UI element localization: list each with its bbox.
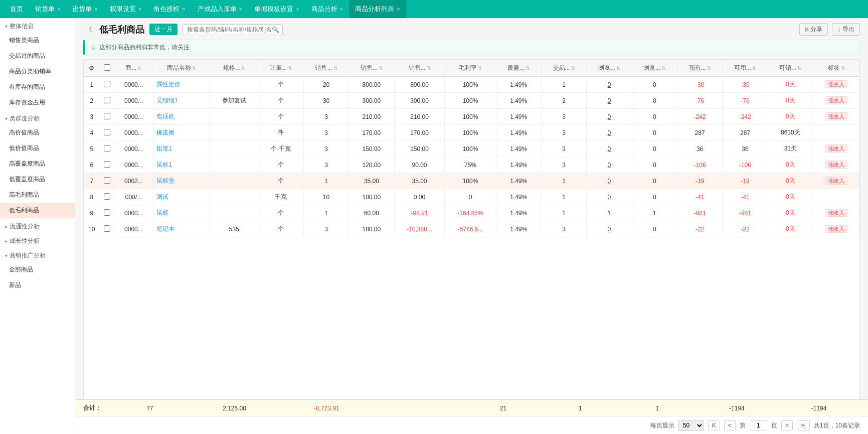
close-icon[interactable]: × — [182, 6, 185, 12]
row-checkbox[interactable] — [100, 189, 114, 205]
col-settings[interactable]: ⚙ — [84, 60, 100, 77]
browse-link[interactable]: 0 — [608, 162, 611, 169]
col-unit[interactable]: 计量...⇅ — [258, 60, 303, 77]
sidebar-group-marketing[interactable]: ▾ 营销推广分析 — [0, 247, 75, 262]
close-icon[interactable]: × — [94, 6, 97, 12]
row-select-checkbox[interactable] — [104, 193, 110, 200]
browse-link[interactable]: 0 — [608, 113, 611, 120]
prev-page-button[interactable]: < — [724, 420, 736, 430]
browse-link[interactable]: 0 — [608, 178, 611, 185]
sidebar-item-traded-goods[interactable]: 交易过的商品 — [0, 48, 75, 64]
col-sale-amount[interactable]: 销售...⇅ — [394, 60, 445, 77]
sidebar-collapse-button[interactable]: 《 — [83, 25, 94, 34]
row-browse1[interactable]: 0 — [587, 77, 632, 93]
row-name[interactable]: 电话机 — [153, 109, 210, 125]
close-icon[interactable]: × — [340, 6, 343, 12]
col-coverage[interactable]: 覆盖...⇅ — [496, 60, 541, 77]
nav-permissions[interactable]: 权限设置 × — [104, 0, 147, 18]
row-browse1[interactable]: 0 — [587, 189, 632, 205]
nav-product-analysis-list[interactable]: 商品分析列表 × — [349, 0, 406, 18]
close-icon[interactable]: × — [239, 6, 242, 12]
per-page-select[interactable]: 50 100 200 — [678, 420, 704, 431]
nav-product-analysis[interactable]: 商品分析 × — [305, 0, 349, 18]
row-browse1[interactable]: 0 — [587, 157, 632, 173]
sidebar-item-low-coverage[interactable]: 低覆盖度商品 — [0, 172, 75, 187]
nav-template-settings[interactable]: 单据模板设置 × — [248, 0, 305, 18]
first-page-button[interactable]: K — [708, 420, 720, 430]
col-sale-price[interactable]: 销售...⇅ — [349, 60, 394, 77]
search-icon[interactable]: 🔍 — [272, 26, 279, 33]
row-select-checkbox[interactable] — [104, 129, 110, 135]
row-name[interactable]: 鼠标1 — [153, 157, 210, 173]
row-browse1[interactable]: 0 — [587, 93, 632, 109]
col-trades[interactable]: 交易...⇅ — [541, 60, 586, 77]
col-sale-days[interactable]: 可销...⇅ — [768, 60, 813, 77]
sidebar-item-all-goods[interactable]: 全部商品 — [0, 262, 75, 277]
row-checkbox[interactable] — [100, 221, 114, 237]
row-name[interactable]: 铅笔1 — [153, 141, 210, 157]
row-browse1[interactable]: 0 — [587, 109, 632, 125]
row-select-checkbox[interactable] — [104, 145, 110, 152]
sidebar-group-cluster[interactable]: ▾ 类群度分析 — [0, 110, 75, 125]
col-tag[interactable]: 标签⇅ — [813, 60, 859, 77]
sidebar-item-low-value[interactable]: 低价值商品 — [0, 140, 75, 156]
col-stock-cur[interactable]: 现有...⇅ — [677, 60, 722, 77]
row-checkbox[interactable] — [100, 173, 114, 189]
col-browse1[interactable]: 浏览...⇅ — [587, 60, 632, 77]
row-browse1[interactable]: 0 — [587, 141, 632, 157]
sidebar-item-high-margin[interactable]: 高毛利商品 — [0, 187, 75, 203]
row-name[interactable]: 测试 — [153, 189, 210, 205]
close-icon[interactable]: × — [296, 6, 299, 12]
close-icon[interactable]: × — [138, 6, 141, 12]
filter-period-button[interactable]: 近一月 — [149, 24, 178, 35]
sidebar-item-sales-goods[interactable]: 销售类商品 — [0, 33, 75, 48]
sidebar-group-overall[interactable]: ▾ 整体信息 — [0, 18, 75, 33]
sidebar-item-new-goods[interactable]: 新品 — [0, 277, 75, 293]
browse-link[interactable]: 0 — [608, 226, 611, 233]
row-select-checkbox[interactable] — [104, 161, 110, 168]
select-all-checkbox[interactable] — [104, 64, 110, 71]
share-button[interactable]: ⎘ 分享 — [799, 23, 828, 36]
row-name[interactable]: 吴细细1 — [153, 93, 210, 109]
row-checkbox[interactable] — [100, 141, 114, 157]
sidebar-item-high-coverage[interactable]: 高覆盖度商品 — [0, 156, 75, 172]
sidebar-item-high-value[interactable]: 高价值商品 — [0, 125, 75, 140]
page-input[interactable] — [750, 420, 767, 430]
close-icon[interactable]: × — [57, 6, 60, 12]
browse-link[interactable]: 0 — [608, 194, 611, 201]
browse-link[interactable]: 0 — [608, 129, 611, 136]
row-browse1[interactable]: 0 — [587, 221, 632, 237]
sidebar-group-circulation[interactable]: ▸ 流通性分析 — [0, 218, 75, 233]
row-select-checkbox[interactable] — [104, 209, 110, 216]
next-page-button[interactable]: > — [781, 420, 793, 430]
col-name[interactable]: 商品名称⇅ — [153, 60, 210, 77]
row-name[interactable]: 鼠标 — [153, 205, 210, 221]
row-checkbox[interactable] — [100, 125, 114, 141]
col-stock-avail[interactable]: 可用...⇅ — [723, 60, 768, 77]
col-code[interactable]: 商...⇅ — [114, 60, 153, 77]
sidebar-group-growth[interactable]: ▸ 成长性分析 — [0, 233, 75, 247]
nav-product-inbound[interactable]: 产成品入库单 × — [192, 0, 248, 18]
row-select-checkbox[interactable] — [104, 177, 110, 184]
row-name[interactable]: 鼠标垫 — [153, 173, 210, 189]
col-qty[interactable]: 销售...⇅ — [303, 60, 349, 77]
close-icon[interactable]: × — [397, 6, 400, 12]
nav-sales-order[interactable]: 销货单 × — [29, 0, 66, 18]
browse-link[interactable]: 0 — [608, 97, 611, 104]
sidebar-item-stocked-goods[interactable]: 有库存的商品 — [0, 79, 75, 95]
row-checkbox[interactable] — [100, 109, 114, 125]
col-spec[interactable]: 规格...⇅ — [210, 60, 258, 77]
row-select-checkbox[interactable] — [104, 97, 110, 103]
export-button[interactable]: ↓ 导出 — [832, 23, 860, 36]
search-input[interactable] — [183, 24, 283, 35]
sidebar-item-low-margin[interactable]: 低毛利商品 — [0, 203, 75, 218]
row-browse1[interactable]: 0 — [587, 125, 632, 141]
row-checkbox[interactable] — [100, 93, 114, 109]
browse-link[interactable]: 1 — [608, 210, 611, 217]
row-name[interactable]: 属性定价 — [153, 77, 210, 93]
row-select-checkbox[interactable] — [104, 113, 110, 119]
row-select-checkbox[interactable] — [104, 81, 110, 87]
browse-link[interactable]: 0 — [608, 81, 611, 88]
row-checkbox[interactable] — [100, 77, 114, 93]
nav-role-auth[interactable]: 角色授权 × — [147, 0, 191, 18]
